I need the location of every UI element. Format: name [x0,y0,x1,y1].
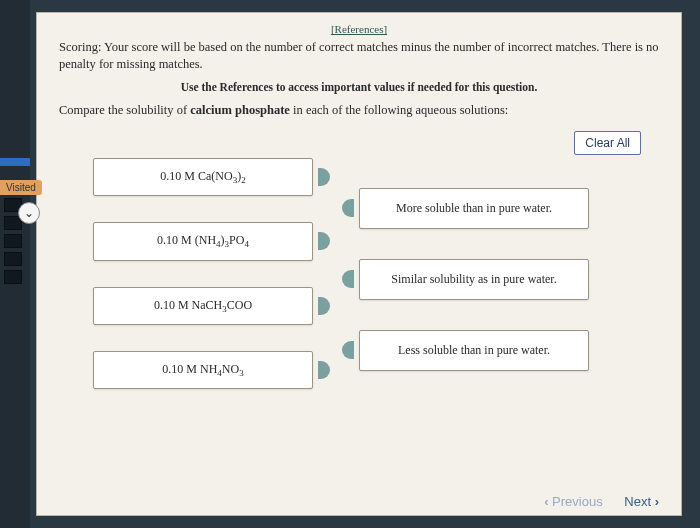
target-column: More soluble than in pure water. Similar… [359,188,589,401]
target-tile[interactable]: Similar solubility as in pure water. [359,259,589,300]
visited-tag: Visited [0,180,42,195]
previous-button[interactable]: ‹ Previous [544,494,603,509]
question-prompt: Compare the solubility of calcium phosph… [59,103,659,118]
chevron-right-icon: › [655,494,659,509]
references-link[interactable]: [References] [59,23,659,35]
source-tile[interactable]: 0.10 M NH4NO3 [93,351,313,389]
use-references-hint: Use the References to access important v… [59,81,659,93]
scoring-text: Scoring: Your score will be based on the… [59,39,659,73]
source-tile[interactable]: 0.10 M NaCH3COO [93,287,313,325]
matching-workarea: 0.10 M Ca(NO3)2 0.10 M (NH4)3PO4 0.10 M … [59,158,659,488]
source-tile[interactable]: 0.10 M (NH4)3PO4 [93,222,313,260]
source-column: 0.10 M Ca(NO3)2 0.10 M (NH4)3PO4 0.10 M … [93,158,313,416]
next-button[interactable]: Next › [624,494,659,509]
chevron-left-icon: ‹ [544,494,548,509]
left-tool-rail [0,0,30,528]
target-tile[interactable]: Less soluble than in pure water. [359,330,589,371]
nav-footer: ‹ Previous Next › [544,494,659,509]
collapse-button[interactable]: ⌄ [18,202,40,224]
question-page: [References] Scoring: Your score will be… [36,12,682,516]
target-tile[interactable]: More soluble than in pure water. [359,188,589,229]
rail-accent [0,158,30,166]
clear-all-button[interactable]: Clear All [574,131,641,155]
source-tile[interactable]: 0.10 M Ca(NO3)2 [93,158,313,196]
